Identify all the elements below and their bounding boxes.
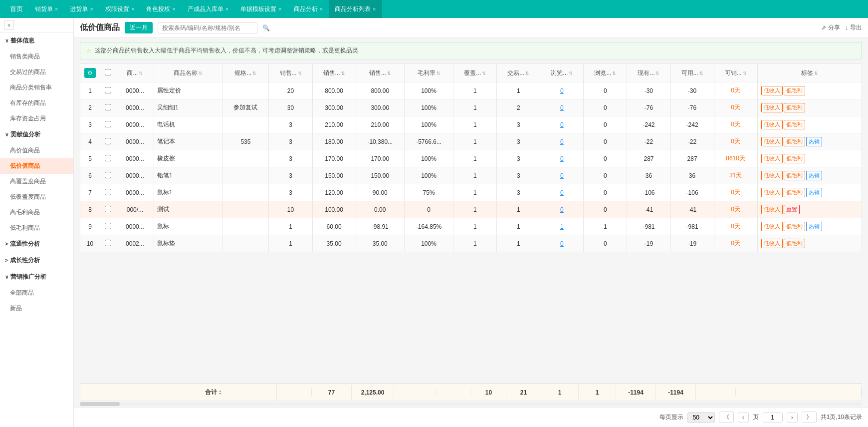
row-checkbox[interactable] — [105, 121, 111, 127]
td-view1[interactable]: 0 — [540, 116, 584, 133]
th-view2[interactable]: 浏览...⇅ — [584, 64, 627, 82]
sidebar-item-high-coverage[interactable]: 高覆盖度商品 — [0, 174, 73, 189]
td-check[interactable] — [100, 235, 116, 252]
td-check[interactable] — [100, 99, 116, 116]
nav-goods-list-close[interactable]: × — [373, 6, 376, 12]
td-check[interactable] — [100, 184, 116, 201]
td-view1[interactable]: 0 — [540, 99, 584, 116]
sidebar-item-stock-goods[interactable]: 有库存的商品 — [0, 95, 73, 111]
sidebar-item-low-value[interactable]: 低价值商品 — [0, 158, 73, 174]
sidebar-item-low-coverage[interactable]: 低覆盖度商品 — [0, 189, 73, 205]
nav-purchase[interactable]: 进货单 × — [64, 0, 99, 18]
row-checkbox[interactable] — [105, 172, 111, 178]
prev-page-button[interactable]: ‹ — [738, 413, 749, 423]
th-q3[interactable]: 销售...⇅ — [356, 64, 404, 82]
th-days[interactable]: 可销...⇅ — [714, 64, 757, 82]
row-checkbox[interactable] — [105, 87, 111, 93]
td-check[interactable] — [100, 133, 116, 150]
row-checkbox[interactable] — [105, 138, 111, 144]
nav-permissions-close[interactable]: × — [131, 6, 134, 12]
th-profit[interactable]: 毛利率⇅ — [404, 64, 453, 82]
sidebar-item-capital[interactable]: 库存资金占用 — [0, 111, 73, 126]
view1-link[interactable]: 0 — [560, 206, 564, 213]
td-check[interactable] — [100, 218, 116, 235]
td-view1[interactable]: 1 — [540, 218, 584, 235]
th-spec[interactable]: 规格...⇅ — [222, 64, 269, 82]
sidebar-collapse-button[interactable]: « — [4, 20, 14, 30]
nav-roles[interactable]: 角色授权 × — [140, 0, 181, 18]
td-view1[interactable]: 0 — [540, 184, 584, 201]
view1-link[interactable]: 1 — [560, 223, 564, 230]
search-icon[interactable]: 🔍 — [262, 24, 270, 31]
nav-goods-analysis-close[interactable]: × — [320, 6, 323, 12]
current-page-input[interactable] — [763, 413, 783, 423]
row-checkbox[interactable] — [105, 223, 111, 229]
th-coverage[interactable]: 覆盖...⇅ — [453, 64, 497, 82]
nav-sales[interactable]: 销货单 × — [29, 0, 64, 18]
view1-link[interactable]: 0 — [560, 138, 564, 145]
nav-sales-close[interactable]: × — [55, 6, 58, 12]
row-checkbox[interactable] — [105, 189, 111, 195]
search-input[interactable] — [158, 22, 257, 33]
last-page-button[interactable]: 》 — [802, 412, 817, 423]
first-page-button[interactable]: 《 — [719, 412, 734, 423]
nav-roles-close[interactable]: × — [172, 6, 175, 12]
td-view1[interactable]: 0 — [540, 201, 584, 218]
th-stock1[interactable]: 现有...⇅ — [627, 64, 670, 82]
sidebar-item-category-rate[interactable]: 商品分类销售率 — [0, 80, 73, 95]
sidebar-item-sales-goods[interactable]: 销售类商品 — [0, 49, 73, 64]
per-page-select[interactable]: 50 100 200 — [687, 412, 715, 423]
next-page-button[interactable]: › — [787, 413, 798, 423]
th-q2[interactable]: 销售...⇅ — [312, 64, 356, 82]
view1-link[interactable]: 0 — [560, 172, 564, 179]
td-view1[interactable]: 0 — [540, 82, 584, 99]
export-button[interactable]: ↓ 导出 — [845, 23, 862, 32]
view1-link[interactable]: 0 — [560, 121, 564, 128]
th-gear[interactable]: ⚙ — [80, 64, 100, 82]
sidebar-item-high-value[interactable]: 高价值商品 — [0, 143, 73, 158]
gear-button[interactable]: ⚙ — [84, 68, 96, 78]
th-stock2[interactable]: 可用...⇅ — [670, 64, 714, 82]
view1-link[interactable]: 0 — [560, 155, 564, 162]
td-view1[interactable]: 0 — [540, 167, 584, 184]
sidebar-group-overall[interactable]: ∨ 整体信息 — [0, 32, 73, 49]
th-code[interactable]: 商...⇅ — [116, 64, 154, 82]
nav-goods-list[interactable]: 商品分析列表 × — [329, 0, 382, 18]
sidebar-group-marketing[interactable]: ∨ 营销推广分析 — [0, 269, 73, 285]
scrollbar-thumb[interactable] — [80, 402, 120, 406]
td-check[interactable] — [100, 116, 116, 133]
sidebar-group-liquidity[interactable]: > 流通性分析 — [0, 236, 73, 252]
row-checkbox[interactable] — [105, 206, 111, 212]
filter-button[interactable]: 近一月 — [125, 22, 153, 33]
view1-link[interactable]: 0 — [560, 87, 564, 94]
sidebar-item-low-margin[interactable]: 低毛利商品 — [0, 220, 73, 236]
th-view1[interactable]: 浏览...⇅ — [540, 64, 584, 82]
row-checkbox[interactable] — [105, 155, 111, 161]
nav-permissions[interactable]: 权限设置 × — [99, 0, 140, 18]
nav-templates-close[interactable]: × — [278, 6, 281, 12]
sidebar-item-new-goods[interactable]: 新品 — [0, 301, 73, 316]
nav-products[interactable]: 产成品入库单 × — [182, 0, 234, 18]
nav-goods-analysis[interactable]: 商品分析 × — [288, 0, 329, 18]
td-check[interactable] — [100, 201, 116, 218]
horizontal-scrollbar[interactable] — [80, 402, 862, 406]
td-view1[interactable]: 0 — [540, 150, 584, 167]
nav-templates[interactable]: 单据模板设置 × — [234, 0, 287, 18]
th-checkbox[interactable] — [100, 64, 116, 82]
sidebar-item-high-margin[interactable]: 高毛利商品 — [0, 205, 73, 220]
row-checkbox[interactable] — [105, 104, 111, 110]
td-view1[interactable]: 0 — [540, 133, 584, 150]
nav-products-close[interactable]: × — [225, 6, 228, 12]
sidebar-item-traded-goods[interactable]: 交易过的商品 — [0, 64, 73, 80]
sidebar-group-contribution[interactable]: ∨ 贡献值分析 — [0, 126, 73, 143]
td-check[interactable] — [100, 167, 116, 184]
view1-link[interactable]: 0 — [560, 240, 564, 247]
td-check[interactable] — [100, 150, 116, 167]
share-button[interactable]: ⇗ 分享 — [821, 23, 840, 32]
sidebar-item-all-goods[interactable]: 全部商品 — [0, 285, 73, 301]
th-tags[interactable]: 标签⇅ — [757, 64, 862, 82]
nav-purchase-close[interactable]: × — [90, 6, 93, 12]
view1-link[interactable]: 0 — [560, 104, 564, 111]
row-checkbox[interactable] — [105, 240, 111, 246]
th-q1[interactable]: 销售...⇅ — [269, 64, 312, 82]
